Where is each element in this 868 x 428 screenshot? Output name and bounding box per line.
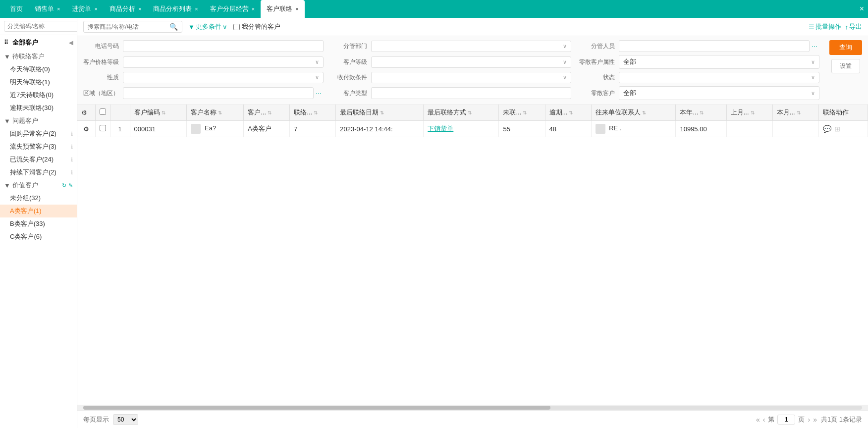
nav-analysis-close[interactable]: ×: [138, 6, 141, 12]
sidebar-section-value[interactable]: ▼ 价值客户 ↻ ✎: [0, 179, 77, 192]
batch-op-btn[interactable]: ☰ 批量操作: [809, 22, 841, 31]
sidebar-section-pending[interactable]: ▼ 待联络客户: [0, 50, 77, 63]
price-level-label: 客户价格等级: [83, 58, 123, 66]
row-last-month: [726, 121, 772, 137]
sidebar-item-declining[interactable]: 持续下滑客户(2) ℹ: [0, 166, 77, 179]
row-checkbox[interactable]: [100, 125, 106, 131]
page-size-select[interactable]: 50 20 100 200: [113, 414, 138, 425]
nav-analysis-list[interactable]: 商品分析列表 ×: [147, 0, 204, 18]
col-overdue[interactable]: 逾期... ⇅: [545, 105, 591, 121]
row-check[interactable]: [95, 121, 110, 137]
sidebar-item-c-class[interactable]: C类客户(6): [0, 230, 77, 243]
export-btn[interactable]: ↑ 导出: [845, 22, 863, 31]
dept-select[interactable]: ∨: [371, 41, 572, 52]
payment-select[interactable]: ∨: [371, 72, 572, 83]
nav-analysis[interactable]: 商品分析 ×: [104, 0, 147, 18]
nav-sales[interactable]: 销售单 ×: [29, 0, 66, 18]
sidebar-section-problem[interactable]: ▼ 问题客户: [0, 114, 77, 127]
nav-sales-close[interactable]: ×: [57, 6, 60, 12]
my-customers-checkbox[interactable]: [233, 24, 240, 30]
sidebar-item-overdue[interactable]: 逾期未联络(30): [0, 102, 77, 114]
price-level-select[interactable]: ∨: [123, 56, 324, 68]
filter-search-icon[interactable]: 🔍: [169, 23, 178, 31]
prev-page-btn[interactable]: ‹: [763, 416, 765, 424]
sidebar-item-repurchase[interactable]: 回购异常客户(2) ℹ: [0, 127, 77, 140]
settings-button[interactable]: 设置: [831, 59, 860, 73]
scrollbar-track[interactable]: [83, 406, 862, 410]
col-last-method-sort: ⇅: [468, 110, 472, 115]
nature-select[interactable]: ∨: [123, 72, 324, 83]
col-code[interactable]: 客户编码 ⇅: [130, 105, 187, 121]
nav-customer-tier-close[interactable]: ×: [252, 6, 255, 12]
sidebar-item-b-class[interactable]: B类客户(33): [0, 217, 77, 230]
first-page-btn[interactable]: «: [756, 416, 760, 424]
nav-analysis-list-close[interactable]: ×: [195, 6, 198, 12]
query-button[interactable]: 查询: [829, 40, 862, 55]
sidebar-item-today[interactable]: 今天待联络(0): [0, 63, 77, 76]
sidebar-item-tomorrow[interactable]: 明天待联络(1): [0, 76, 77, 89]
region-input[interactable]: [123, 87, 314, 99]
col-contact[interactable]: 联络... ⇅: [290, 105, 336, 121]
col-last-method[interactable]: 最后联络方式 ⇅: [424, 105, 499, 121]
sidebar-item-churn-warn[interactable]: 流失预警客户(3) ℹ: [0, 140, 77, 153]
value-edit-icon[interactable]: ✎: [68, 182, 73, 189]
row-code[interactable]: 000031: [130, 121, 187, 137]
col-unit-contact[interactable]: 往来单位联系人 ⇅: [591, 105, 676, 121]
sidebar-all-customers[interactable]: ⠿ 全部客户 ◀: [0, 35, 77, 50]
select-all-checkbox[interactable]: [100, 108, 106, 115]
table-header: ⚙ 客户编码 ⇅: [77, 105, 868, 121]
retail-attr-select[interactable]: 全部∨: [619, 55, 819, 69]
col-gear[interactable]: ⚙: [77, 105, 95, 121]
region-dots[interactable]: ···: [314, 89, 324, 97]
status-select[interactable]: ∨: [619, 72, 819, 83]
filter-bar: 🔍 ▼ 更多条件 ∨ 我分管的客户 ☰ 批量操作 ↑ 导出: [77, 18, 868, 36]
nav-home[interactable]: 首页: [4, 0, 29, 18]
sidebar-item-ungroup[interactable]: 未分组(32): [0, 192, 77, 205]
filter-search-input[interactable]: [88, 23, 169, 30]
last-page-btn[interactable]: »: [813, 416, 817, 424]
window-close-icon[interactable]: ×: [860, 4, 864, 13]
ungroup-label: 未分组(32): [10, 194, 41, 203]
row-gear[interactable]: ⚙: [77, 121, 95, 137]
col-type[interactable]: 客户... ⇅: [244, 105, 290, 121]
nav-customer-contact-label: 客户联络: [267, 4, 292, 13]
sidebar-item-week[interactable]: 近7天待联络(0): [0, 89, 77, 102]
row-last-method[interactable]: 下销货单: [424, 121, 499, 137]
col-no-contact[interactable]: 未联... ⇅: [499, 105, 545, 121]
col-this-year[interactable]: 本年... ⇅: [676, 105, 726, 121]
page-input[interactable]: [777, 415, 795, 425]
nav-customer-tier[interactable]: 客户分层经营 ×: [204, 0, 261, 18]
sidebar-item-a-class[interactable]: A类客户(1): [0, 205, 77, 217]
chat-icon[interactable]: 💬: [823, 125, 831, 133]
more-filters-btn[interactable]: ▼ 更多条件 ∨: [188, 22, 227, 31]
filter-icon: ▼: [188, 23, 195, 31]
scrollbar-thumb[interactable]: [83, 406, 550, 410]
row-name[interactable]: Ea?: [187, 121, 244, 137]
horizontal-scrollbar[interactable]: [77, 405, 868, 411]
nav-sales-label: 销售单: [35, 4, 54, 13]
nav-purchase[interactable]: 进货单 ×: [66, 0, 103, 18]
qr-icon[interactable]: ⊞: [834, 125, 840, 133]
person-dots[interactable]: ···: [810, 42, 819, 50]
col-last-month[interactable]: 上月... ⇅: [726, 105, 772, 121]
col-last-date[interactable]: 最后联络日期 ⇅: [336, 105, 424, 121]
nav-purchase-close[interactable]: ×: [94, 6, 97, 12]
more-filters-arrow: ∨: [222, 23, 227, 31]
customer-level-select[interactable]: ∨: [371, 56, 572, 68]
nav-customer-contact[interactable]: 客户联络 ×: [261, 0, 304, 18]
filter-search-box[interactable]: 🔍: [83, 21, 182, 33]
nav-customer-contact-close[interactable]: ×: [295, 6, 298, 12]
cust-type-input[interactable]: [371, 87, 572, 99]
sidebar-search-input[interactable]: [4, 21, 77, 32]
next-page-btn[interactable]: ›: [808, 416, 810, 424]
col-check[interactable]: [95, 105, 110, 121]
person-input[interactable]: [619, 40, 810, 52]
value-refresh-icon[interactable]: ↻: [62, 182, 66, 189]
phone-input[interactable]: [123, 40, 324, 52]
sidebar-item-churned[interactable]: 已流失客户(24) ℹ: [0, 153, 77, 166]
col-this-month[interactable]: 本月... ⇅: [772, 105, 818, 121]
col-name[interactable]: 客户名称 ⇅: [187, 105, 244, 121]
my-customers-checkbox-label[interactable]: 我分管的客户: [233, 22, 280, 31]
retail-select[interactable]: 全部∨: [619, 86, 819, 100]
row-last-method-link[interactable]: 下销货单: [428, 125, 453, 132]
